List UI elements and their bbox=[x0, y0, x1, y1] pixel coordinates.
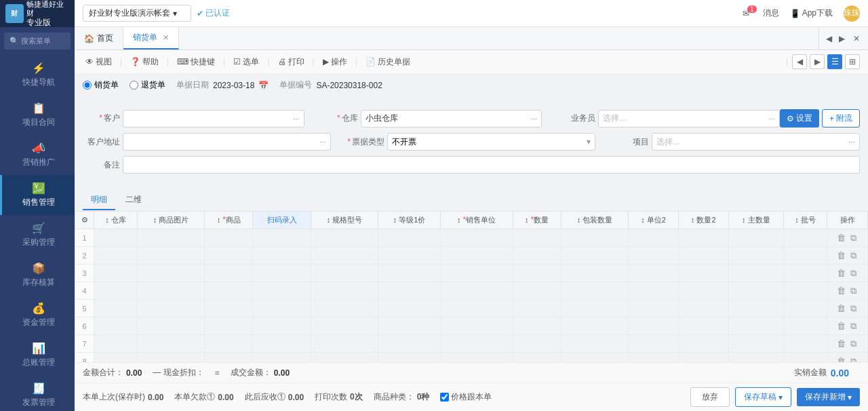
warehouse-input[interactable]: 小虫仓库 ··· bbox=[361, 110, 542, 128]
toolbar-prev-record-button[interactable]: ◀ bbox=[792, 54, 807, 69]
marketing-icon: 📣 bbox=[32, 142, 45, 155]
row-copy-icon[interactable]: ⧉ bbox=[848, 320, 860, 332]
row-copy-icon[interactable]: ⧉ bbox=[848, 285, 860, 297]
col-price1: ↕ 等级1价 bbox=[378, 212, 440, 229]
app-download-button[interactable]: 📱 App下载 bbox=[790, 7, 833, 19]
tab-close-all-button[interactable]: ✕ bbox=[849, 33, 864, 45]
chevron-down-icon[interactable]: ▾ bbox=[848, 393, 852, 402]
radio-sales-order[interactable]: 销货单 bbox=[83, 79, 119, 91]
sidebar-item-invoice[interactable]: 🧾 发票管理 bbox=[0, 375, 75, 411]
notification-button[interactable]: ✉ 1 消息 bbox=[743, 7, 779, 19]
col-barcode[interactable]: 扫码录入 bbox=[253, 212, 311, 229]
salesperson-field: 业务员 选择... ··· bbox=[558, 110, 780, 128]
col-unit: ↕ *销售单位 bbox=[440, 212, 513, 229]
form-row-2: 客户地址 ··· 票据类型 不开票 ▾ 项目 选择... ··· bbox=[83, 133, 860, 151]
company-selector[interactable]: 好业财专业版演示帐套 ▾ bbox=[83, 5, 191, 22]
project-field: 项目 选择... ··· bbox=[612, 133, 860, 151]
toolbar-view-mode-grid-button[interactable]: ⊞ bbox=[845, 54, 860, 69]
save-draft-button[interactable]: 保存草稿 ▾ bbox=[735, 387, 791, 407]
row-delete-icon[interactable]: 🗑 bbox=[835, 355, 848, 362]
sidebar-item-sales[interactable]: 💹 销售管理 bbox=[0, 175, 75, 215]
price-checkbox[interactable] bbox=[440, 393, 449, 402]
tab-detail[interactable]: 明细 bbox=[83, 191, 115, 210]
table-row: 2🗑⧉ bbox=[75, 247, 868, 265]
row-delete-icon[interactable]: 🗑 bbox=[835, 284, 848, 296]
toolbar-view-button[interactable]: 👁 视图 bbox=[83, 55, 115, 69]
table-row: 7🗑⧉ bbox=[75, 335, 868, 353]
project-input[interactable]: 选择... ··· bbox=[652, 133, 860, 151]
search-menu-button[interactable]: 🔍 搜索菜单 bbox=[4, 33, 71, 50]
logo-icon: 财 bbox=[5, 4, 24, 23]
attach-button[interactable]: + 附流 bbox=[822, 109, 860, 128]
toolbar-select-button[interactable]: ☑ 选单 bbox=[231, 55, 262, 69]
tabs-bar: 🏠 首页 销货单 ✕ ◀ ▶ ✕ bbox=[75, 27, 868, 50]
user-avatar[interactable]: 珠珠 bbox=[844, 5, 860, 22]
row-copy-icon[interactable]: ⧉ bbox=[848, 302, 860, 315]
col-image: ↕ 商品图片 bbox=[137, 212, 204, 229]
tab-home[interactable]: 🏠 首页 bbox=[75, 27, 123, 50]
accounting-icon: 📊 bbox=[32, 342, 45, 355]
setup-button[interactable]: ⚙ 设置 bbox=[780, 109, 819, 128]
form-fields: 客户 ··· 仓库 小虫仓库 ··· 业务员 选择... ··· bbox=[75, 102, 868, 187]
header-right: ✉ 1 消息 📱 App下载 珠珠 bbox=[743, 5, 860, 22]
toolbar-view-mode-list-button[interactable]: ☰ bbox=[827, 54, 842, 69]
save-new-button[interactable]: 保存并新增 ▾ bbox=[797, 388, 860, 406]
row-copy-icon[interactable]: ⧉ bbox=[848, 232, 860, 244]
toolbar-help-button[interactable]: ❓ 帮助 bbox=[127, 55, 161, 69]
col-settings[interactable]: ⚙ bbox=[75, 212, 94, 229]
project-icon: 📋 bbox=[32, 102, 45, 115]
certified-badge: ✔ 已认证 bbox=[197, 7, 230, 19]
deal-amount: 成交金额： 0.00 bbox=[231, 367, 290, 378]
sidebar-item-inventory[interactable]: 📦 库存核算 bbox=[0, 255, 75, 295]
customer-input[interactable]: ··· bbox=[123, 110, 304, 128]
row-copy-icon[interactable]: ⧉ bbox=[848, 250, 860, 262]
salesperson-input[interactable]: 选择... ··· bbox=[598, 110, 780, 128]
row-delete-icon[interactable]: 🗑 bbox=[835, 337, 848, 349]
tab-prev-button[interactable]: ◀ bbox=[823, 33, 835, 45]
row-copy-icon[interactable]: ⧉ bbox=[848, 355, 860, 362]
row-copy-icon[interactable]: ⧉ bbox=[848, 338, 860, 350]
toolbar-print-button[interactable]: 🖨 打印 bbox=[275, 55, 307, 69]
row-delete-icon[interactable]: 🗑 bbox=[835, 231, 848, 243]
detail-tabs: 明细 二维 bbox=[75, 187, 868, 211]
purchase-icon: 🛒 bbox=[32, 222, 45, 235]
toolbar-shortcut-button[interactable]: ⌨ 快捷键 bbox=[174, 55, 218, 69]
col-unit2: ↕ 单位2 bbox=[629, 212, 679, 229]
sidebar-item-purchase[interactable]: 🛒 采购管理 bbox=[0, 215, 75, 255]
col-qty2: ↕ 数量2 bbox=[678, 212, 728, 229]
invoice-field: 票据类型 不开票 ▾ bbox=[347, 133, 595, 151]
sidebar: 财 畅捷通好业财专业版 🔍 搜索菜单 ⚡ 快捷导航 📋 项目合同 📣 营销推广 … bbox=[0, 0, 75, 411]
toolbar-history-button[interactable]: 📄 历史单据 bbox=[363, 55, 413, 69]
sidebar-item-capital[interactable]: 💰 资金管理 bbox=[0, 295, 75, 335]
table-row: 4🗑⧉ bbox=[75, 282, 868, 300]
remark-input[interactable] bbox=[123, 156, 860, 174]
row-copy-icon[interactable]: ⧉ bbox=[848, 267, 860, 279]
sidebar-item-quick-nav[interactable]: ⚡ 快捷导航 bbox=[0, 55, 75, 95]
row-delete-icon[interactable]: 🗑 bbox=[835, 267, 848, 279]
invoice-select[interactable]: 不开票 ▾ bbox=[387, 133, 595, 151]
header-left: 好业财专业版演示帐套 ▾ ✔ 已认证 bbox=[83, 5, 230, 22]
address-input[interactable]: ··· bbox=[123, 133, 331, 151]
chevron-down-icon[interactable]: ▾ bbox=[778, 393, 783, 402]
col-spec: ↕ 规格型号 bbox=[311, 212, 378, 229]
row-delete-icon[interactable]: 🗑 bbox=[835, 302, 848, 314]
tab-2d[interactable]: 二维 bbox=[117, 191, 150, 210]
radio-return-order[interactable]: 退货单 bbox=[130, 79, 165, 91]
sidebar-search-area: 🔍 搜索菜单 bbox=[0, 27, 75, 55]
row-delete-icon[interactable]: 🗑 bbox=[835, 319, 848, 332]
calendar-icon[interactable]: 📅 bbox=[258, 81, 269, 90]
document-toolbar: 👁 视图 | ❓ 帮助 | ⌨ 快捷键 | ☑ 选单 | 🖨 打印 | ▶ 操作… bbox=[75, 50, 868, 74]
form-header: 销货单 退货单 单据日期 2023-03-18 📅 单据编号 SA-202303… bbox=[75, 74, 868, 102]
toolbar-next-record-button[interactable]: ▶ bbox=[810, 54, 825, 69]
col-pack-qty: ↕ 包装数量 bbox=[561, 212, 628, 229]
discard-button[interactable]: 放弃 bbox=[690, 387, 730, 407]
tab-sales[interactable]: 销货单 ✕ bbox=[123, 27, 179, 50]
sidebar-item-marketing[interactable]: 📣 营销推广 bbox=[0, 135, 75, 175]
toolbar-operate-button[interactable]: ▶ 操作 bbox=[320, 55, 350, 69]
sidebar-item-project[interactable]: 📋 项目合同 bbox=[0, 95, 75, 135]
price-checkbox-label[interactable]: 价格跟本单 bbox=[440, 391, 492, 403]
tab-close-icon[interactable]: ✕ bbox=[163, 33, 169, 42]
sidebar-item-accounting[interactable]: 📊 总账管理 bbox=[0, 335, 75, 375]
row-delete-icon[interactable]: 🗑 bbox=[835, 249, 848, 261]
tab-next-button[interactable]: ▶ bbox=[836, 33, 848, 45]
